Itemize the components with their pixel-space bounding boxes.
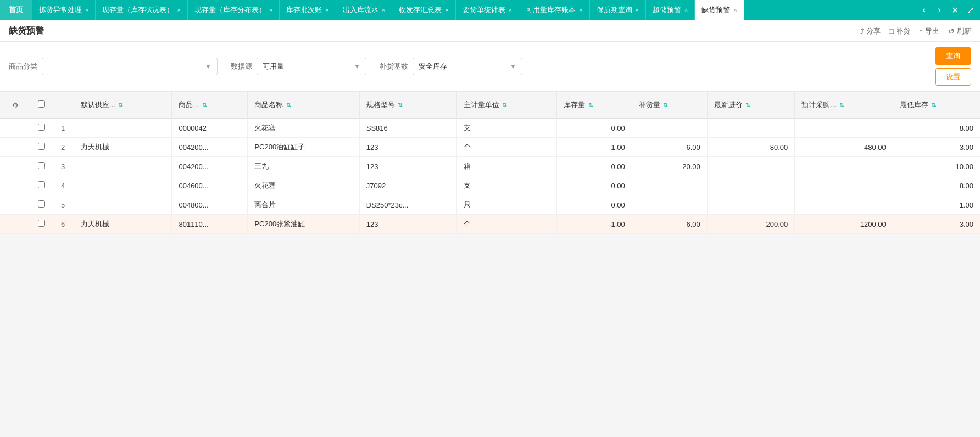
col-product-name[interactable]: 商品名称 ⇅ — [248, 92, 359, 119]
col-settings[interactable]: ⚙ — [0, 92, 31, 119]
category-chevron-icon: ▼ — [205, 63, 211, 70]
sort-spec-icon[interactable]: ⇅ — [398, 102, 403, 108]
tab-batch[interactable]: 库存批次账 × — [280, 0, 336, 20]
sort-latest-price-icon[interactable]: ⇅ — [745, 102, 750, 108]
row-product-name: 三九 — [248, 157, 359, 176]
table-row[interactable]: 3 004200... 三九 123 箱 0.00 20.00 10.00 — [0, 157, 980, 176]
restock-button[interactable]: □ 补货 — [889, 26, 910, 36]
table-row[interactable]: 2 力天机械 004200... PC200油缸缸子 123 个 -1.00 6… — [0, 138, 980, 157]
tab-expiry[interactable]: 保质期查询 × — [590, 0, 646, 20]
close-tab-collect[interactable]: × — [445, 7, 448, 13]
row-product-name: 火花塞 — [248, 119, 359, 138]
sort-default-supplier-icon[interactable]: ⇅ — [118, 102, 123, 108]
settings-button[interactable]: 设置 — [935, 68, 971, 86]
row-checkbox-cell[interactable] — [31, 119, 52, 138]
sort-restock-qty-icon[interactable]: ⇅ — [663, 102, 668, 108]
row-restock-qty: 6.00 — [632, 138, 707, 157]
col-product-code[interactable]: 商品... ⇅ — [172, 92, 248, 119]
sort-min-stock-icon[interactable]: ⇅ — [931, 102, 936, 108]
datasource-select[interactable]: 可用量 ▼ — [257, 58, 366, 75]
row-num-cell: 3 — [52, 157, 74, 176]
tab-flow[interactable]: 出入库流水 × — [336, 0, 392, 20]
row-checkbox-5[interactable] — [38, 220, 45, 227]
nav-maximize-btn[interactable]: ⤢ — [962, 2, 978, 18]
row-stock: 0.00 — [556, 195, 632, 215]
close-tab-stock-status[interactable]: × — [177, 7, 180, 13]
row-checkbox-cell[interactable] — [31, 176, 52, 195]
sort-product-code-icon[interactable]: ⇅ — [202, 102, 207, 108]
tab-available[interactable]: 可用量库存账本 × — [519, 0, 589, 20]
row-checkbox-cell[interactable] — [31, 215, 52, 234]
col-min-stock[interactable]: 最低库存 ⇅ — [893, 92, 980, 119]
refresh-button[interactable]: ↺ 刷新 — [948, 26, 971, 36]
table-row[interactable]: 4 004600... 火花塞 J7092 支 0.00 8.00 — [0, 176, 980, 195]
row-num-cell: 2 — [52, 138, 74, 157]
table-row[interactable]: 6 力天机械 801110... PC200张紧油缸 123 个 -1.00 6… — [0, 215, 980, 234]
col-select-all[interactable] — [31, 92, 52, 119]
tab-demand[interactable]: 要货单统计表 × — [456, 0, 519, 20]
row-est-purchase: 480.00 — [795, 138, 893, 157]
col-stock[interactable]: 库存量 ⇅ — [556, 92, 632, 119]
select-all-checkbox[interactable] — [38, 100, 45, 108]
category-select[interactable]: ▼ — [42, 58, 218, 75]
tab-overstock[interactable]: 超储预警 × — [646, 0, 695, 20]
column-settings-icon[interactable]: ⚙ — [7, 96, 24, 114]
close-tab-batch[interactable]: × — [325, 7, 328, 13]
row-settings-cell — [0, 176, 31, 195]
query-button[interactable]: 查询 — [935, 47, 971, 65]
row-unit: 支 — [456, 119, 556, 138]
close-tab-overstock[interactable]: × — [684, 7, 688, 13]
tab-stock-status[interactable]: 现存量（库存状况表） × — [96, 0, 187, 20]
close-tab-expiry[interactable]: × — [636, 7, 639, 13]
export-button[interactable]: ↑ 导出 — [919, 26, 939, 36]
sort-unit-icon[interactable]: ⇅ — [502, 102, 507, 108]
col-unit[interactable]: 主计量单位 ⇅ — [456, 92, 556, 119]
row-product-name: PC200张紧油缸 — [248, 215, 359, 234]
col-default-supplier[interactable]: 默认供应... ⇅ — [74, 92, 172, 119]
row-num-cell: 6 — [52, 215, 74, 234]
nav-tabs: 首页 拣货异常处理 × 现存量（库存状况表） × 现存量（库存分布表） × 库存… — [0, 0, 980, 20]
row-checkbox-2[interactable] — [38, 162, 45, 169]
row-checkbox-3[interactable] — [38, 181, 45, 188]
sort-product-name-icon[interactable]: ⇅ — [286, 102, 291, 108]
close-tab-flow[interactable]: × — [382, 7, 385, 13]
tab-abnormal[interactable]: 拣货异常处理 × — [32, 0, 96, 20]
tab-shortage[interactable]: 缺货预警 × — [695, 0, 744, 20]
table-row[interactable]: 5 004800... 离合片 DS250*23c... 只 0.00 1.00 — [0, 195, 980, 215]
sort-stock-icon[interactable]: ⇅ — [588, 102, 593, 108]
col-spec[interactable]: 规格型号 ⇅ — [359, 92, 456, 119]
tab-home[interactable]: 首页 — [0, 0, 32, 20]
col-restock-qty[interactable]: 补货量 ⇅ — [632, 92, 707, 119]
col-est-purchase[interactable]: 预计采购... ⇅ — [795, 92, 893, 119]
close-tab-shortage[interactable]: × — [733, 7, 737, 13]
row-checkbox-cell[interactable] — [31, 157, 52, 176]
row-checkbox-0[interactable] — [38, 124, 45, 131]
share-icon: ⤴ — [860, 27, 864, 36]
nav-prev-btn[interactable]: ‹ — [916, 2, 932, 18]
restock-base-label: 补货基数 — [380, 61, 408, 71]
filter-restock-base-group: 补货基数 安全库存 ▼ — [380, 58, 522, 75]
close-tab-demand[interactable]: × — [509, 7, 512, 13]
tab-stock-dist[interactable]: 现存量（库存分布表） × — [188, 0, 280, 20]
close-tab-available[interactable]: × — [579, 7, 582, 13]
row-checkbox-1[interactable] — [38, 143, 45, 150]
row-settings-cell — [0, 195, 31, 215]
row-checkbox-cell[interactable] — [31, 138, 52, 157]
row-checkbox-4[interactable] — [38, 200, 45, 208]
row-unit: 个 — [456, 215, 556, 234]
nav-close-btn[interactable]: ✕ — [947, 2, 962, 18]
col-latest-price[interactable]: 最新进价 ⇅ — [707, 92, 795, 119]
row-checkbox-cell[interactable] — [31, 195, 52, 215]
tab-collect[interactable]: 收发存汇总表 × — [392, 0, 455, 20]
restock-base-select[interactable]: 安全库存 ▼ — [413, 58, 522, 75]
close-tab-abnormal[interactable]: × — [85, 7, 88, 13]
row-stock: -1.00 — [556, 215, 632, 234]
share-button[interactable]: ⤴ 分享 — [860, 26, 881, 36]
table-row[interactable]: 1 0000042 火花塞 SS816 支 0.00 8.00 — [0, 119, 980, 138]
close-tab-stock-dist[interactable]: × — [269, 7, 272, 13]
table-header-row: ⚙ 默认供应... ⇅ 商品... ⇅ 商品名称 — [0, 92, 980, 119]
datasource-chevron-icon: ▼ — [354, 63, 360, 70]
sort-est-purchase-icon[interactable]: ⇅ — [839, 102, 844, 108]
row-latest-price — [707, 119, 795, 138]
nav-next-btn[interactable]: › — [932, 2, 947, 18]
